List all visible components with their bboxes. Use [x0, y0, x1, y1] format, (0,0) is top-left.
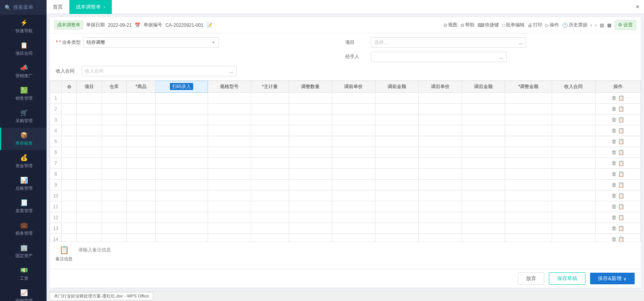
cell-adjust_qty[interactable]: [289, 169, 332, 180]
cell-warehouse[interactable]: [102, 114, 127, 125]
cell-product[interactable]: [127, 158, 156, 169]
row-delete-icon[interactable]: 🗑: [611, 215, 616, 220]
cell-post_amount[interactable]: [462, 223, 505, 234]
row-copy-icon[interactable]: 📋: [618, 215, 624, 220]
cell-post_amount[interactable]: [462, 234, 505, 242]
cell-pre_amount[interactable]: [375, 212, 419, 223]
cell-product[interactable]: [127, 93, 156, 104]
cell-spec[interactable]: [208, 136, 251, 147]
cell-unit[interactable]: [251, 104, 289, 114]
cell-income_contract[interactable]: [552, 147, 596, 158]
cell-post_unit_price[interactable]: [419, 114, 462, 125]
cell-adjust_qty[interactable]: [289, 147, 332, 158]
row-copy-icon[interactable]: 📋: [618, 182, 624, 188]
cell-adjust_qty[interactable]: [289, 190, 332, 201]
cell-warehouse[interactable]: [102, 190, 127, 201]
cell-post_unit_price[interactable]: [419, 234, 462, 242]
cell-project[interactable]: [77, 234, 102, 242]
cell-warehouse[interactable]: [102, 212, 127, 223]
row-copy-icon[interactable]: 📋: [618, 171, 624, 177]
cell-adjust_amount[interactable]: [505, 136, 552, 147]
cell-pre_amount[interactable]: [375, 190, 419, 201]
cell-income_contract[interactable]: [552, 136, 596, 147]
cell-adjust_amount[interactable]: [505, 234, 552, 242]
cell-warehouse[interactable]: [102, 169, 127, 180]
cell-pre_amount[interactable]: [375, 104, 419, 114]
nav-prev-btn[interactable]: ‹: [590, 22, 592, 28]
cell-pre_unit_price[interactable]: [332, 136, 376, 147]
save-new-button[interactable]: 保存&新增 ∨: [590, 273, 635, 284]
cell-scan_input[interactable]: [155, 234, 208, 242]
cell-adjust_amount[interactable]: [505, 180, 552, 190]
cell-post_amount[interactable]: [462, 180, 505, 190]
cell-product[interactable]: [127, 136, 156, 147]
cell-unit[interactable]: [251, 147, 289, 158]
wps-taskbar-item[interactable]: 木门行业好业财处理方案-墨红红.doc - WPS Office: [50, 292, 153, 300]
layout-btn1[interactable]: ▤: [600, 22, 604, 28]
cell-post_unit_price[interactable]: [419, 190, 462, 201]
cell-product[interactable]: [127, 234, 156, 242]
row-delete-icon[interactable]: 🗑: [611, 128, 616, 133]
business-type-select[interactable]: 结存调整 ▼: [83, 37, 219, 48]
cell-unit[interactable]: [251, 136, 289, 147]
cell-scan_input[interactable]: [155, 180, 208, 190]
cell-product[interactable]: [127, 201, 156, 212]
sidebar-item-quick-nav[interactable]: ⚡ 快速导航: [0, 15, 47, 38]
cell-unit[interactable]: [251, 93, 289, 104]
cell-warehouse[interactable]: [102, 201, 127, 212]
tab-close-icon[interactable]: ×: [103, 5, 106, 9]
cell-scan_input[interactable]: [155, 212, 208, 223]
cell-adjust_amount[interactable]: [505, 104, 552, 114]
cell-post_unit_price[interactable]: [419, 125, 462, 136]
cell-adjust_amount[interactable]: [505, 212, 552, 223]
toolbar-print-btn[interactable]: 🖨 打印: [528, 22, 542, 28]
row-delete-icon[interactable]: 🗑: [611, 106, 616, 112]
cell-adjust_amount[interactable]: [505, 114, 552, 125]
cell-pre_amount[interactable]: [375, 147, 419, 158]
cell-post_unit_price[interactable]: [419, 93, 462, 104]
row-copy-icon[interactable]: 📋: [618, 160, 624, 166]
cell-pre_unit_price[interactable]: [332, 125, 376, 136]
cell-adjust_amount[interactable]: [505, 169, 552, 180]
cell-scan_input[interactable]: [155, 201, 208, 212]
cell-post_amount[interactable]: [462, 125, 505, 136]
cell-spec[interactable]: [208, 104, 251, 114]
sidebar-item-inventory[interactable]: 📦 库存核算: [0, 128, 47, 150]
cell-product[interactable]: [127, 114, 156, 125]
row-delete-icon[interactable]: 🗑: [611, 193, 616, 199]
sidebar-item-ledger[interactable]: 📊 总账管理: [0, 173, 47, 195]
row-delete-icon[interactable]: 🗑: [611, 236, 616, 242]
cell-pre_amount[interactable]: [375, 93, 419, 104]
cell-product[interactable]: [127, 125, 156, 136]
cell-pre_unit_price[interactable]: [332, 201, 376, 212]
cell-post_amount[interactable]: [462, 93, 505, 104]
cell-project[interactable]: [77, 169, 102, 180]
save-draft-button[interactable]: 保存草稿: [549, 272, 585, 285]
cell-project[interactable]: [77, 93, 102, 104]
cell-income_contract[interactable]: [552, 212, 596, 223]
cell-unit[interactable]: [251, 169, 289, 180]
cell-pre_amount[interactable]: [375, 158, 419, 169]
row-delete-icon[interactable]: 🗑: [611, 171, 616, 177]
income-contract-select[interactable]: 收入合同 ...: [81, 66, 237, 76]
cell-income_contract[interactable]: [552, 114, 596, 125]
cell-post_unit_price[interactable]: [419, 180, 462, 190]
layout-btn2[interactable]: ▦: [607, 22, 611, 28]
row-copy-icon[interactable]: 📋: [618, 95, 624, 101]
cell-pre_unit_price[interactable]: [332, 169, 376, 180]
toolbar-history-btn[interactable]: 🕐 历史票据: [562, 22, 587, 28]
cell-post_unit_price[interactable]: [419, 136, 462, 147]
discard-button[interactable]: 放弃: [518, 272, 544, 285]
cell-scan_input[interactable]: [155, 158, 208, 169]
cell-unit[interactable]: [251, 223, 289, 234]
cell-income_contract[interactable]: [552, 180, 596, 190]
cell-post_amount[interactable]: [462, 212, 505, 223]
cell-spec[interactable]: [208, 169, 251, 180]
cell-income_contract[interactable]: [552, 169, 596, 180]
row-delete-icon[interactable]: 🗑: [611, 204, 616, 209]
sidebar-item-tax[interactable]: 💼 税务管理: [0, 218, 47, 240]
cell-post_amount[interactable]: [462, 136, 505, 147]
cell-adjust_qty[interactable]: [289, 104, 332, 114]
cell-scan_input[interactable]: [155, 125, 208, 136]
cell-scan_input[interactable]: [155, 136, 208, 147]
